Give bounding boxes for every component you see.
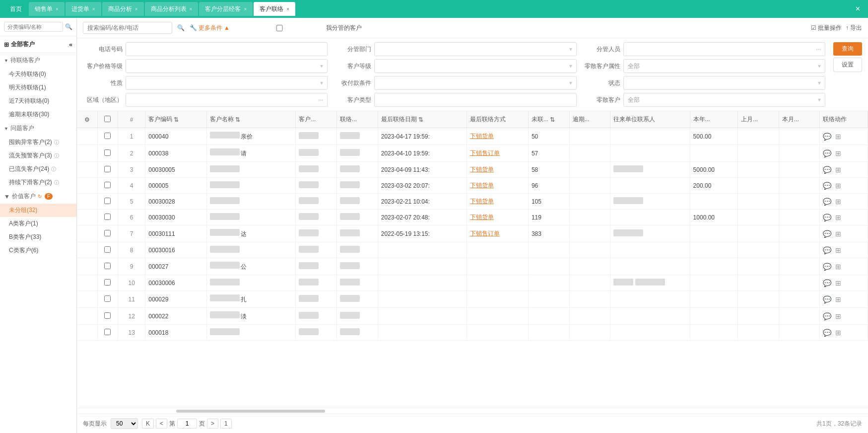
sidebar-item-class-b[interactable]: B类客户(33) bbox=[0, 230, 76, 244]
lastway-link[interactable]: 下销货单 bbox=[470, 214, 494, 220]
window-close-button[interactable]: × bbox=[852, 4, 864, 13]
td-check[interactable] bbox=[97, 210, 118, 225]
filter-region-input[interactable]: ··· bbox=[126, 93, 328, 107]
th-settings[interactable]: ⚙ bbox=[77, 111, 97, 128]
sidebar-item-today[interactable]: 今天待联络(0) bbox=[0, 68, 76, 81]
first-page-btn[interactable]: K bbox=[142, 419, 154, 429]
grid-action-icon[interactable]: ⊞ bbox=[835, 149, 841, 157]
select-all-checkbox[interactable] bbox=[104, 116, 111, 122]
grid-action-icon[interactable]: ⊞ bbox=[835, 230, 841, 238]
sidebar-item-stockpile[interactable]: 囤购异常客户(2) ⓘ bbox=[0, 136, 76, 149]
filter-customer-type-input[interactable] bbox=[374, 93, 576, 107]
grid-action-icon[interactable]: ⊞ bbox=[835, 182, 841, 190]
sidebar-all-customers[interactable]: ⊞ 全部客户 « bbox=[0, 36, 76, 53]
td-check[interactable] bbox=[97, 162, 118, 178]
tab-customer-contact[interactable]: 客户联络 × bbox=[254, 2, 295, 16]
contact-icon[interactable]: 💬 bbox=[823, 246, 831, 254]
contact-icon[interactable]: 💬 bbox=[823, 198, 831, 206]
grid-action-icon[interactable]: ⊞ bbox=[835, 246, 841, 254]
search-input[interactable] bbox=[83, 22, 172, 34]
grid-action-icon[interactable]: ⊞ bbox=[835, 295, 841, 303]
grid-action-icon[interactable]: ⊞ bbox=[835, 263, 841, 271]
td-check[interactable] bbox=[97, 308, 118, 325]
td-check[interactable] bbox=[97, 291, 118, 308]
grid-action-icon[interactable]: ⊞ bbox=[835, 279, 841, 287]
lastway-link[interactable]: 下销售订单 bbox=[470, 149, 500, 156]
sidebar-item-overdue[interactable]: 逾期未联络(30) bbox=[0, 108, 76, 121]
filter-customer-level-input[interactable]: ▾ bbox=[374, 59, 576, 73]
row-checkbox[interactable] bbox=[104, 214, 111, 220]
lastway-link[interactable]: 下销售订单 bbox=[470, 230, 500, 237]
grid-action-icon[interactable]: ⊞ bbox=[835, 133, 841, 141]
contact-icon[interactable]: 💬 bbox=[823, 312, 831, 320]
lastway-link[interactable]: 下销货单 bbox=[470, 133, 494, 140]
tab-home[interactable]: 首页 bbox=[4, 2, 28, 16]
contact-icon[interactable]: 💬 bbox=[823, 149, 831, 157]
filter-person-input[interactable]: ··· bbox=[623, 42, 825, 56]
lastway-link[interactable]: 下销货单 bbox=[470, 198, 494, 205]
sidebar-item-ungroup[interactable]: 未分组(32) bbox=[0, 204, 76, 217]
sidebar-item-declining[interactable]: 持续下滑客户(2) ⓘ bbox=[0, 176, 76, 189]
prev-page-btn[interactable]: < bbox=[156, 419, 167, 429]
sidebar-search-input[interactable] bbox=[4, 22, 63, 32]
td-check[interactable] bbox=[97, 178, 118, 194]
page-size-select[interactable]: 50 20 100 bbox=[111, 418, 138, 429]
sidebar-pending-group-header[interactable]: ▼ 待联络客户 bbox=[0, 53, 76, 68]
sidebar-problem-group-header[interactable]: ▼ 问题客户 bbox=[0, 121, 76, 136]
td-check[interactable] bbox=[97, 128, 118, 145]
filter-payment-input[interactable]: ▾ bbox=[374, 76, 576, 90]
contact-icon[interactable]: 💬 bbox=[823, 166, 831, 174]
row-checkbox[interactable] bbox=[104, 198, 111, 204]
filter-retail-attr-input[interactable]: 全部 ▾ bbox=[623, 59, 825, 73]
scrollbar-thumb[interactable] bbox=[176, 410, 325, 413]
row-checkbox[interactable] bbox=[104, 149, 111, 156]
grid-action-icon[interactable]: ⊞ bbox=[835, 329, 841, 337]
tab-product-analysis-close[interactable]: × bbox=[135, 6, 138, 12]
lastway-link[interactable]: 下销货单 bbox=[470, 166, 494, 173]
sidebar-item-churn-warning[interactable]: 流失预警客户(3) ⓘ bbox=[0, 149, 76, 162]
contact-icon[interactable]: 💬 bbox=[823, 329, 831, 337]
td-check[interactable] bbox=[97, 145, 118, 162]
sidebar-item-class-a[interactable]: A类客户(1) bbox=[0, 217, 76, 230]
search-button[interactable]: 🔍 bbox=[177, 24, 185, 31]
row-checkbox[interactable] bbox=[104, 295, 111, 302]
grid-action-icon[interactable]: ⊞ bbox=[835, 312, 841, 320]
tab-product-analysis-list[interactable]: 商品分析列表 × bbox=[145, 2, 199, 16]
horizontal-scroll-area[interactable] bbox=[77, 408, 868, 414]
settings-icon[interactable]: ⚙ bbox=[84, 116, 90, 123]
sidebar-item-churned[interactable]: 已流失客户(24) ⓘ bbox=[0, 162, 76, 176]
batch-op-button[interactable]: ☑ 批量操作 bbox=[811, 24, 842, 32]
tab-customer-tier-close[interactable]: × bbox=[244, 6, 247, 12]
tab-product-analysis[interactable]: 商品分析 × bbox=[102, 2, 144, 16]
row-checkbox[interactable] bbox=[104, 230, 111, 236]
contact-icon[interactable]: 💬 bbox=[823, 230, 831, 238]
tab-customer-contact-close[interactable]: × bbox=[286, 6, 289, 12]
filter-status-input[interactable]: ▾ bbox=[623, 76, 825, 90]
refresh-icon[interactable]: ↻ bbox=[38, 194, 42, 199]
th-name[interactable]: 客户名称⇅ bbox=[207, 111, 296, 128]
row-checkbox[interactable] bbox=[104, 263, 111, 269]
sidebar-value-group-header[interactable]: ▼ 价值客户 ↻ F bbox=[0, 189, 76, 204]
th-code[interactable]: 客户编码⇅ bbox=[145, 111, 207, 128]
last-page-btn[interactable]: 1 bbox=[220, 419, 232, 429]
th-check[interactable] bbox=[97, 111, 118, 128]
filter-nature-input[interactable]: ▾ bbox=[126, 76, 328, 90]
my-customers-checkbox-wrapper[interactable]: 我分管的客户 bbox=[235, 24, 362, 32]
row-checkbox[interactable] bbox=[104, 133, 111, 139]
more-conditions-btn[interactable]: 🔧 更多条件 ▲ bbox=[190, 24, 230, 32]
export-button[interactable]: ↑ 导出 bbox=[846, 24, 862, 32]
next-page-btn[interactable]: > bbox=[207, 419, 218, 429]
contact-icon[interactable]: 💬 bbox=[823, 263, 831, 271]
sidebar-collapse-icon[interactable]: « bbox=[69, 41, 72, 48]
row-checkbox[interactable] bbox=[104, 166, 111, 172]
lastway-link[interactable]: 下销货单 bbox=[470, 182, 494, 189]
filter-dept-input[interactable]: ▾ bbox=[374, 42, 576, 56]
my-customers-checkbox[interactable] bbox=[235, 25, 324, 31]
contact-icon[interactable]: 💬 bbox=[823, 279, 831, 287]
grid-action-icon[interactable]: ⊞ bbox=[835, 214, 841, 221]
grid-action-icon[interactable]: ⊞ bbox=[835, 198, 841, 206]
sidebar-search-icon[interactable]: 🔍 bbox=[65, 23, 72, 30]
filter-phone-input[interactable] bbox=[126, 42, 328, 56]
page-input[interactable] bbox=[177, 419, 197, 429]
contact-icon[interactable]: 💬 bbox=[823, 214, 831, 221]
